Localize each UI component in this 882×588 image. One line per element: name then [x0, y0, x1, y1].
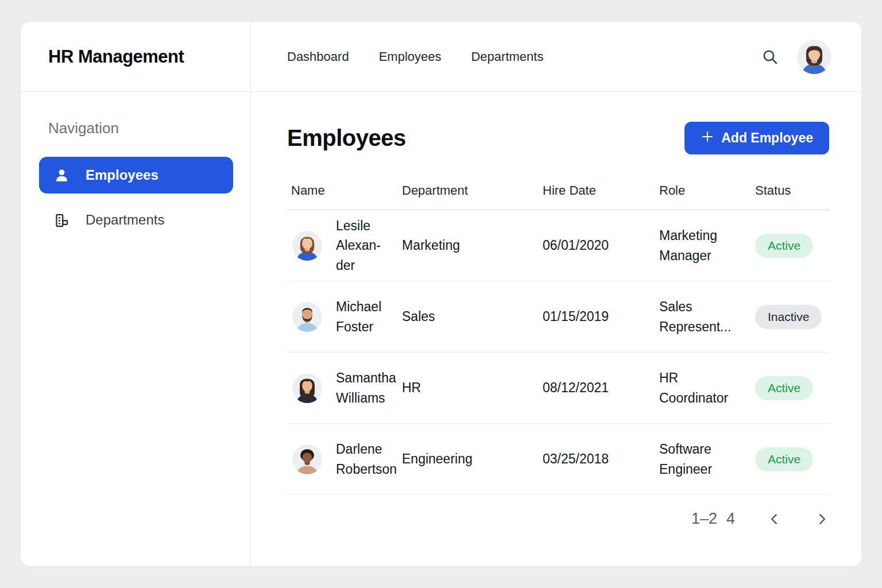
employee-hire-date: 06/01/2020 [543, 238, 659, 253]
top-nav: Dashboard Employees Departments [287, 49, 543, 64]
sidebar: HR Management Navigation Employees [21, 22, 251, 566]
brand-header: HR Management [21, 22, 250, 92]
column-header-role: Role [659, 183, 755, 198]
topbar-actions [761, 40, 831, 74]
building-icon [54, 212, 69, 228]
table-header: Name Department Hire Date Role Status [287, 183, 829, 210]
user-avatar[interactable] [797, 40, 831, 74]
sidebar-heading: Navigation [21, 119, 250, 137]
employee-avatar [292, 444, 322, 474]
employee-name: Darlene Robertson [336, 439, 390, 479]
top-header: Dashboard Employees Departments [251, 22, 861, 92]
sidebar-item-departments[interactable]: Departments [39, 202, 233, 238]
employee-name-cell: Samantha Williams [287, 368, 402, 408]
page-title: Employees [287, 125, 406, 151]
employee-role: Software Engineer [659, 439, 746, 479]
employee-role: Marketing Manager [659, 226, 746, 265]
employee-name-cell: Lesile Alexan­der [287, 216, 402, 276]
employee-department: Marketing [402, 238, 543, 253]
status-badge: Active [755, 376, 813, 400]
table-row[interactable]: Lesile Alexan­der Marketing 06/01/2020 M… [287, 210, 829, 281]
column-header-status: Status [755, 183, 829, 198]
pagination-range: 1–2 [691, 510, 717, 528]
person-icon [54, 168, 69, 183]
employee-name-cell: Darlene Robertson [287, 439, 402, 479]
nav-dashboard[interactable]: Dashboard [287, 49, 349, 64]
status-badge: Active [755, 234, 813, 258]
column-header-department: Department [402, 183, 543, 198]
pagination-total: 4 [726, 510, 735, 528]
nav-departments[interactable]: Departments [471, 49, 543, 64]
employee-name-cell: Michael Foster [287, 297, 402, 336]
table-row[interactable]: Darlene Robertson Engineering 03/25/2018… [287, 424, 829, 495]
employee-department: Sales [402, 309, 543, 324]
employee-department: HR [402, 380, 543, 396]
employee-name: Michael Foster [336, 297, 390, 336]
employee-hire-date: 03/25/2018 [543, 451, 659, 467]
sidebar-item-label: Employees [86, 167, 158, 183]
table-row[interactable]: Michael Foster Sales 01/15/2019 Sales Re… [287, 281, 829, 353]
employee-avatar [292, 302, 322, 332]
employee-name: Samantha Williams [336, 368, 390, 408]
table-row[interactable]: Samantha Williams HR 08/12/2021 HR Coord… [287, 353, 829, 424]
page-header: Employees Add Employee [287, 122, 829, 154]
sidebar-item-employees[interactable]: Employees [39, 157, 233, 194]
employee-hire-date: 08/12/2021 [543, 380, 659, 396]
search-icon[interactable] [761, 48, 779, 65]
employee-department: Engineering [402, 451, 543, 467]
employee-role: HR Coordinator [659, 368, 746, 408]
content-column: Dashboard Employees Departments [251, 22, 861, 566]
sidebar-item-label: Departments [86, 212, 164, 228]
main-content: Employees Add Employee Name Department H… [251, 92, 861, 566]
status-badge: Inactive [755, 305, 822, 329]
pagination: 1–2 4 [287, 510, 829, 528]
app-window: HR Management Navigation Employees [21, 22, 861, 566]
employee-hire-date: 01/15/2019 [543, 309, 659, 324]
chevron-right-icon[interactable] [814, 512, 829, 527]
plus-icon [701, 130, 714, 147]
add-employee-label: Add Employee [721, 130, 813, 146]
sidebar-nav: Navigation Employees Depart [21, 92, 250, 246]
app-title: HR Management [48, 47, 184, 67]
column-header-hire-date: Hire Date [543, 183, 659, 198]
chevron-left-icon[interactable] [767, 512, 782, 527]
employee-role: Sales Represent... [659, 297, 746, 336]
employee-name: Lesile Alexan­der [336, 216, 390, 276]
column-header-name: Name [287, 183, 402, 198]
status-badge: Active [755, 447, 813, 471]
employee-avatar [292, 231, 322, 261]
nav-employees[interactable]: Employees [379, 49, 442, 64]
add-employee-button[interactable]: Add Employee [684, 122, 829, 154]
employee-avatar [292, 373, 322, 403]
